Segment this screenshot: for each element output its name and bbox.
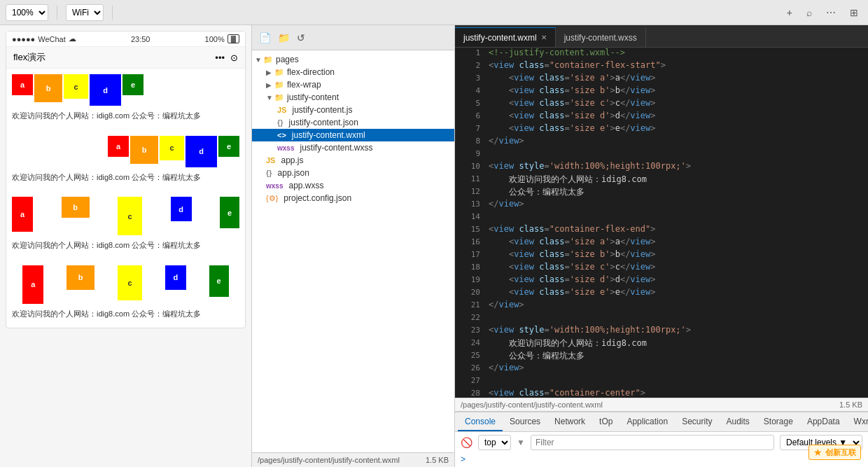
- network-select[interactable]: WiFi: [66, 4, 104, 21]
- console-context-select[interactable]: top: [478, 435, 511, 450]
- code-line-1: 1 <!--justify-content.wxml-->: [455, 48, 868, 60]
- devtools-tab-security[interactable]: Security: [675, 412, 719, 431]
- more-button[interactable]: ⋯: [822, 6, 840, 20]
- line-num-3: 3: [461, 73, 480, 83]
- code-line-18: 18 <view class='size c'>c</view>: [455, 262, 868, 274]
- code-editor[interactable]: 1 <!--justify-content.wxml--> 2 <view cl…: [455, 48, 868, 398]
- signal-dots: ●●●●●: [12, 35, 35, 43]
- folder-icon-flex-wrap: 📁: [274, 81, 284, 90]
- tree-item-jc-wxml[interactable]: <> justify-content.wxml: [252, 129, 454, 141]
- folder-icon-justify-content: 📁: [274, 93, 284, 102]
- file-path-text: /pages/justify-content/justify-content.w…: [258, 456, 400, 464]
- line-content-4: <view class='size b'>b</view>: [489, 85, 862, 95]
- wxss-icon-jc: wxss: [277, 144, 294, 152]
- wxml-icon-jc: <>: [277, 131, 286, 139]
- wifi-icon: ☁: [69, 34, 76, 43]
- code-line-26: 26 </view>: [455, 363, 868, 375]
- line-content-12: 公众号：编程坑太多: [489, 186, 862, 198]
- layout-button[interactable]: ⊞: [846, 6, 862, 20]
- line-content-20: <view class='size e'>e</view>: [489, 287, 862, 297]
- console-filter-input[interactable]: [531, 435, 774, 450]
- line-content-6: <view class='size d'>d</view>: [489, 111, 862, 120]
- phone-frame: ●●●●● WeChat ☁ 23:50 100% ▓ flex演示 ••• ⊙: [6, 31, 246, 328]
- editor-bottom-bar: /pages/justify-content/justify-content.w…: [455, 398, 868, 411]
- line-num-10: 10: [461, 161, 480, 171]
- tree-item-app-js[interactable]: JS app.js: [252, 154, 454, 167]
- add-button[interactable]: +: [783, 6, 797, 20]
- tree-item-flex-direction[interactable]: ▶ 📁 flex-direction: [252, 66, 454, 78]
- top-toolbar: 100% WiFi + ⌕ ⋯ ⊞: [0, 0, 868, 25]
- block-a1: a: [12, 74, 33, 95]
- demo-section-2: a b c d e 欢迎访问我的个人网站：idig8.com 公众号：编程坑太多: [6, 130, 245, 192]
- devtools-tab-console[interactable]: Console: [458, 412, 503, 431]
- devtools-tab-sources-label: Sources: [510, 417, 540, 426]
- line-content-7: <view class='size e'>e</view>: [489, 123, 862, 133]
- block-a4: a: [22, 265, 43, 304]
- devtools-tab-application-label: Application: [626, 417, 668, 426]
- tree-item-justify-content[interactable]: ▼ 📁 justify-content: [252, 91, 454, 104]
- toolbar-sep-2: [112, 6, 113, 20]
- devtools-tab-audits[interactable]: Audits: [720, 412, 757, 431]
- tree-item-jc-wxss[interactable]: wxss justify-content.wxss: [252, 141, 454, 154]
- block-c1: c: [64, 74, 88, 99]
- code-line-12: 12 公众号：编程坑太多: [455, 186, 868, 199]
- tree-item-flex-wrap[interactable]: ▶ 📁 flex-wrap: [252, 78, 454, 91]
- tree-item-app-json[interactable]: {} app.json: [252, 167, 454, 179]
- devtools-console-bar: 🚫 top ▼ Default levels ▼: [455, 432, 868, 453]
- block-b3: b: [62, 197, 90, 218]
- tree-item-jc-json[interactable]: {} justify-content.json: [252, 116, 454, 129]
- code-line-16: 16 <view class='size a'>a</view>: [455, 237, 868, 249]
- zoom-select[interactable]: 100%: [6, 4, 48, 21]
- tree-item-jc-js[interactable]: JS justify-content.js: [252, 104, 454, 116]
- code-line-8: 8 </view>: [455, 136, 868, 148]
- tree-label-jc-js: justify-content.js: [292, 105, 352, 115]
- tree-item-pages[interactable]: ▼ 📁 pages: [252, 53, 454, 66]
- battery-pct: 100%: [205, 35, 225, 43]
- tab-wxss-label: justify-content.wxss: [564, 33, 637, 43]
- line-content-26: </view>: [489, 363, 862, 372]
- battery-icon: ▓: [227, 34, 239, 43]
- console-block-icon[interactable]: 🚫: [461, 437, 472, 448]
- code-line-25: 25 公众号：编程坑太多: [455, 350, 868, 363]
- tab-wxml-close[interactable]: ✕: [541, 34, 547, 41]
- tree-label-jc-json: justify-content.json: [289, 118, 358, 127]
- refresh-button[interactable]: ↺: [295, 31, 307, 45]
- arrow-justify-content: ▼: [266, 94, 274, 102]
- devtools-tab-application[interactable]: Application: [620, 412, 675, 431]
- line-num-25: 25: [461, 350, 480, 360]
- js-icon-jc: JS: [277, 106, 286, 114]
- devtools-tab-console-label: Console: [465, 417, 496, 426]
- line-num-22: 22: [461, 312, 480, 322]
- phone-status-left: ●●●●● WeChat ☁: [12, 34, 76, 43]
- new-file-button[interactable]: 📄: [258, 31, 272, 45]
- devtools-tab-storage[interactable]: Storage: [757, 412, 800, 431]
- block-a2: a: [108, 136, 129, 157]
- code-line-28: 28 <view class="container-center">: [455, 388, 868, 398]
- code-tabs: justify-content.wxml ✕ justify-content.w…: [455, 25, 868, 48]
- flex-row-start: a b c d e: [12, 74, 239, 106]
- devtools-tab-top-label: tOp: [599, 417, 612, 426]
- block-d4: d: [165, 265, 186, 290]
- code-line-3: 3 <view class='size a'>a</view>: [455, 73, 868, 85]
- phone-status-bar: ●●●●● WeChat ☁ 23:50 100% ▓: [6, 32, 245, 47]
- search-button[interactable]: ⌕: [802, 6, 816, 20]
- tab-wxml-label: justify-content.wxml: [463, 33, 537, 43]
- line-content-5: <view class='size c'>c</view>: [489, 98, 862, 108]
- tree-item-project-config[interactable]: {⚙} project.config.json: [252, 192, 454, 204]
- devtools-tab-appdata[interactable]: AppData: [800, 412, 847, 431]
- devtools-tab-wxml[interactable]: Wxml: [847, 412, 868, 431]
- tree-item-app-wxss[interactable]: wxss app.wxss: [252, 179, 454, 192]
- devtools-tab-top[interactable]: tOp: [592, 412, 620, 431]
- code-line-24: 24 欢迎访问我的个人网站：idig8.com: [455, 337, 868, 350]
- line-content-11: 欢迎访问我的个人网站：idig8.com: [489, 174, 862, 186]
- tab-wxml[interactable]: justify-content.wxml ✕: [455, 27, 556, 47]
- new-folder-button[interactable]: 📁: [276, 31, 291, 45]
- tree-label-app-json: app.json: [278, 168, 309, 178]
- file-tree-toolbar: 📄 📁 ↺: [252, 25, 454, 50]
- block-e3: e: [220, 197, 239, 228]
- line-num-16: 16: [461, 237, 480, 246]
- devtools-tab-network[interactable]: Network: [547, 412, 592, 431]
- tab-wxss[interactable]: justify-content.wxss: [556, 27, 646, 47]
- devtools-tab-sources[interactable]: Sources: [503, 412, 547, 431]
- line-num-4: 4: [461, 85, 480, 95]
